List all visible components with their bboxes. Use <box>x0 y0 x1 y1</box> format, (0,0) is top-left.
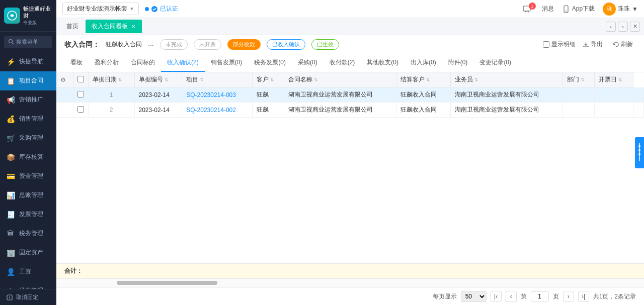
logo-icon <box>4 8 20 24</box>
svg-point-10 <box>638 145 640 147</box>
sort-icon[interactable]: ⇅ <box>118 77 122 82</box>
per-page-label: 每页显示 <box>433 292 457 301</box>
sort-icon[interactable]: ⇅ <box>474 77 478 82</box>
sidebar-search[interactable]: 搜索菜单 <box>4 36 52 48</box>
sort-icon[interactable]: ⇅ <box>165 77 169 82</box>
right-panel-btn[interactable] <box>635 137 644 168</box>
close-icon[interactable]: ✕ <box>131 23 136 30</box>
invoicedate-col-header: 开票日 ⇅ <box>595 72 633 87</box>
row-settings <box>56 87 73 103</box>
status-partial-btn[interactable]: 部分收款 <box>227 39 261 50</box>
sub-tab-payment[interactable]: 收付款(2) <box>324 54 361 72</box>
sort-icon[interactable]: ⇅ <box>618 77 622 82</box>
sidebar-item-sales[interactable]: 💰 销售管理 <box>0 110 56 129</box>
status-uninvoiced-btn[interactable]: 未开票 <box>194 39 221 50</box>
data-table: ⚙ 单据日期 ⇅ 单据编号 <box>56 72 644 118</box>
first-page-btn[interactable]: |‹ <box>491 291 502 302</box>
page-label: 第 <box>521 292 527 301</box>
table-row[interactable]: 2 2023-02-14 SQ-20230214-002 狂飙 湖南卫视商业运营… <box>56 103 644 118</box>
sidebar-item-label: 税务管理 <box>19 229 43 238</box>
row-checkbox[interactable] <box>77 91 84 97</box>
page-input[interactable] <box>531 291 549 301</box>
sort-icon[interactable]: ⇅ <box>426 77 430 82</box>
user-profile[interactable]: 珠 珠珠 ▼ <box>603 3 638 16</box>
sub-tab-sales-invoice[interactable]: 销售发票(0) <box>205 54 249 72</box>
tab-nav-next[interactable]: › <box>618 22 628 32</box>
sub-tab-purchase[interactable]: 采购(0) <box>292 54 324 72</box>
funds-icon: 💳 <box>6 172 15 181</box>
sub-tab-attachments[interactable]: 附件(0) <box>442 54 474 72</box>
select-all-checkbox[interactable] <box>77 76 84 82</box>
sub-tabs: 看板 盈利分析 合同标的 收入确认(2) 销售发票(0) 税务发票(0) 采购(… <box>56 54 644 72</box>
message-action[interactable]: 1 消息 <box>523 5 554 13</box>
row-checkbox[interactable] <box>77 106 84 113</box>
sub-tab-contract-items[interactable]: 合同标的 <box>125 54 161 72</box>
main-area: 好业财专业版演示帐套 ▼ 已认证 1 消息 App下载 珠 珠珠 ▼ <box>56 0 644 305</box>
sort-icon[interactable]: ⇅ <box>581 77 585 82</box>
next-page-btn[interactable]: › <box>563 291 574 302</box>
sidebar-item-assets[interactable]: 🏢 固定资产 <box>0 243 56 262</box>
sub-tab-tax-invoice[interactable]: 税务发票(0) <box>248 54 292 72</box>
show-details-toggle[interactable]: 显示明细 <box>543 40 576 49</box>
row-settlement: 湖南卫视商业运营发展有限公司 <box>450 87 562 103</box>
sidebar-item-quick-nav[interactable]: ⚡ 快捷导航 <box>0 52 56 71</box>
sidebar-item-marketing[interactable]: 📢 营销推广 <box>0 90 56 110</box>
sidebar-item-accounting[interactable]: 📊 总账管理 <box>0 186 56 205</box>
sidebar-footer[interactable]: 取消固定 <box>0 289 56 305</box>
tab-home[interactable]: 首页 <box>60 20 85 33</box>
last-page-btn[interactable]: ›| <box>578 291 589 302</box>
row-project: 狂飙 <box>253 87 284 103</box>
project-icon: 📋 <box>6 76 15 85</box>
per-page-select[interactable]: 50 100 200 <box>461 291 487 302</box>
refresh-button[interactable]: 刷新 <box>610 39 636 50</box>
sidebar-item-inventory[interactable]: 📦 库存核算 <box>0 148 56 167</box>
marketing-icon: 📢 <box>6 95 15 105</box>
sidebar-item-purchase[interactable]: 🛒 采购管理 <box>0 129 56 148</box>
sidebar-item-hr[interactable]: 👤 工资 <box>0 262 56 281</box>
status-incomplete-btn[interactable]: 未完成 <box>160 39 188 50</box>
show-details-checkbox[interactable] <box>543 41 549 48</box>
sidebar-item-ops[interactable]: ⚙ 经营管理 <box>0 281 56 289</box>
svg-point-12 <box>638 153 640 155</box>
customer-col-header: 客户 ⇅ <box>253 72 284 87</box>
sidebar-item-project-contract[interactable]: 📋 项目合同 <box>0 71 56 90</box>
tab-contract-board[interactable]: 收入合同看板 ✕ <box>86 20 142 33</box>
order-link[interactable]: SQ-20230214-002 <box>186 107 236 114</box>
sidebar-item-invoice[interactable]: 🧾 发票管理 <box>0 205 56 224</box>
export-button[interactable]: 导出 <box>580 39 606 50</box>
column-settings-icon[interactable]: ⚙ <box>60 76 66 83</box>
sub-tab-profit[interactable]: 盈利分析 <box>89 54 125 72</box>
sidebar-item-funds[interactable]: 💳 资金管理 <box>0 167 56 186</box>
app-download-action[interactable]: App下载 <box>562 5 595 13</box>
order-link[interactable]: SQ-20230214-003 <box>186 91 236 98</box>
tab-nav-close[interactable]: ✕ <box>630 22 640 32</box>
sidebar-item-label: 营销推广 <box>19 95 43 104</box>
prev-page-btn[interactable]: ‹ <box>506 291 517 302</box>
table-row[interactable]: 1 2023-02-14 SQ-20230214-003 狂飙 湖南卫视商业运营… <box>56 87 644 103</box>
logo-sub-text: 专业版 <box>23 20 52 26</box>
row-salesperson <box>563 103 595 118</box>
status-effective-btn[interactable]: 已生效 <box>311 39 339 50</box>
sub-tab-changes[interactable]: 变更记录(0) <box>473 54 517 72</box>
company-selector[interactable]: 好业财专业版演示帐套 ▼ <box>62 3 139 15</box>
svg-line-2 <box>12 43 14 44</box>
status-confirmed-btn[interactable]: 已收入确认 <box>267 39 305 50</box>
row-contract-name: 狂飙收入合同 <box>396 87 451 103</box>
sidebar-item-tax[interactable]: 🏛 税务管理 <box>0 224 56 243</box>
scroll-thumb[interactable] <box>117 281 217 285</box>
tab-nav-prev[interactable]: ‹ <box>606 22 616 32</box>
sub-tab-other[interactable]: 其他收支(0) <box>361 54 405 72</box>
contract-name: 狂飙收入合同 <box>106 40 142 49</box>
sort-icon[interactable]: ⇅ <box>314 77 318 82</box>
svg-point-8 <box>566 11 567 12</box>
horizontal-scrollbar[interactable] <box>56 278 644 287</box>
total-label: 合计： <box>64 267 83 275</box>
hr-icon: 👤 <box>6 267 15 276</box>
svg-point-11 <box>638 149 640 151</box>
more-options-icon[interactable]: ··· <box>148 41 154 49</box>
sort-icon[interactable]: ⇅ <box>200 77 204 82</box>
sub-tab-board[interactable]: 看板 <box>64 54 89 72</box>
sub-tab-revenue-confirm[interactable]: 收入确认(2) <box>161 54 205 72</box>
sub-tab-storage[interactable]: 出入库(0) <box>405 54 442 72</box>
sort-icon[interactable]: ⇅ <box>270 77 274 82</box>
